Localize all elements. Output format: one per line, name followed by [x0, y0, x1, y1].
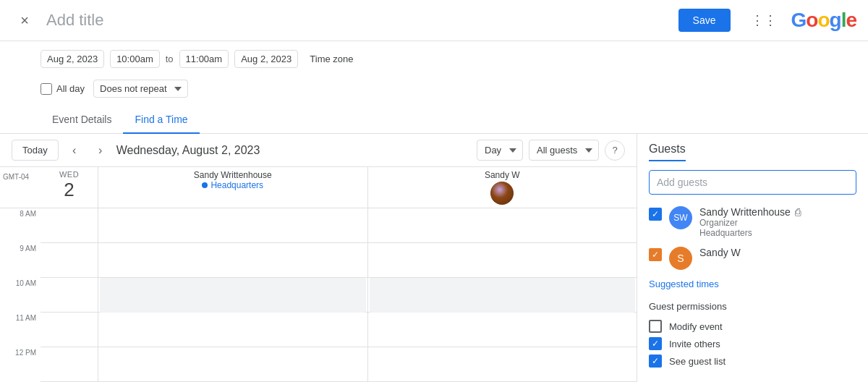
permission-modify-event: Modify event — [649, 318, 856, 335]
day-number: 2 — [41, 179, 98, 201]
time-slot-9am: 9 AM — [0, 243, 41, 278]
busy-block-person2 — [370, 278, 636, 313]
google-logo: Google — [791, 9, 856, 32]
tabs: Event Details Find a Time — [0, 106, 868, 134]
view-select[interactable]: Day — [477, 140, 523, 161]
day-col-header: WED 2 — [41, 167, 98, 208]
invite-others-label: Invite others — [669, 339, 720, 349]
repeat-select[interactable]: Does not repeat — [93, 80, 188, 98]
time-slot-12pm: 12 PM — [0, 347, 41, 382]
apps-icon[interactable]: ⋮⋮ — [751, 12, 777, 28]
end-time-chip[interactable]: 11:00am — [179, 50, 229, 68]
to-label: to — [166, 54, 174, 64]
person1-dot — [202, 182, 208, 188]
cal-date-label: Wednesday, August 2, 2023 — [116, 144, 471, 157]
cal-body: 8 AM 9 AM 10 AM 11 AM 12 PM — [0, 208, 637, 382]
see-guest-list-checkbox[interactable] — [649, 355, 662, 368]
permission-see-guest-list: See guest list — [649, 352, 856, 370]
start-time-chip[interactable]: 10:00am — [110, 50, 160, 68]
cal-toolbar: Today ‹ › Wednesday, August 2, 2023 Day … — [0, 134, 637, 167]
person2-header: Sandy W — [368, 167, 637, 208]
close-button[interactable]: × — [12, 7, 38, 33]
see-guest-list-label: See guest list — [669, 356, 726, 367]
all-day-label[interactable]: All day — [41, 83, 85, 95]
end-date-chip[interactable]: Aug 2, 2023 — [234, 50, 298, 68]
gmt-cell: GMT-04 — [0, 167, 41, 208]
guest2-avatar: S — [669, 247, 692, 270]
modify-event-checkbox[interactable] — [649, 320, 662, 333]
guest1-checkbox[interactable] — [649, 208, 662, 221]
options-bar: All day Does not repeat — [0, 77, 868, 106]
cal-columns — [41, 208, 637, 382]
guest1-avatar: SW — [669, 206, 692, 229]
prev-button[interactable]: ‹ — [64, 140, 85, 161]
gmt-label: GMT-04 — [3, 173, 29, 181]
tab-find-a-time[interactable]: Find a Time — [123, 106, 199, 134]
guests-title: Guests — [649, 143, 686, 161]
timezone-link[interactable]: Time zone — [310, 54, 353, 64]
right-panel: Guests SW Sandy Writtenhouse ⎙ Organizer… — [637, 134, 868, 382]
invite-others-checkbox[interactable] — [649, 337, 662, 350]
guest-select[interactable]: All guests — [529, 140, 599, 161]
person1-col[interactable] — [98, 208, 368, 382]
today-button[interactable]: Today — [12, 140, 59, 161]
guest1-role: Organizer — [699, 218, 856, 228]
person2-avatar — [490, 182, 514, 205]
suggested-times-link[interactable]: Suggested times — [649, 274, 856, 298]
copy-icon[interactable]: ⎙ — [795, 206, 801, 218]
modify-event-label: Modify event — [669, 321, 723, 332]
person1-cal: Headquarters — [98, 180, 367, 190]
header: × Save ⋮⋮ Google — [0, 0, 868, 41]
start-date-chip[interactable]: Aug 2, 2023 — [41, 50, 104, 68]
all-day-text: All day — [56, 83, 85, 94]
time-column: 8 AM 9 AM 10 AM 11 AM 12 PM — [0, 208, 41, 382]
guest1-info: Sandy Writtenhouse ⎙ Organizer Headquart… — [699, 206, 856, 238]
guest2-checkbox[interactable] — [649, 248, 662, 261]
tab-event-details[interactable]: Event Details — [41, 106, 123, 134]
person1-header: Sandy Writtenhouse Headquarters — [98, 167, 368, 208]
cal-grid: GMT-04 WED 2 Sandy Writtenhouse Headquar… — [0, 167, 637, 382]
person1-name: Sandy Writtenhouse — [98, 170, 367, 180]
datetime-bar: Aug 2, 2023 10:00am to 11:00am Aug 2, 20… — [0, 41, 868, 77]
guest-item-sandy-writtenhouse: SW Sandy Writtenhouse ⎙ Organizer Headqu… — [649, 202, 856, 242]
person2-col[interactable] — [368, 208, 637, 382]
add-guests-input[interactable] — [649, 170, 856, 195]
guest-item-sandy-w: S Sandy W — [649, 242, 856, 274]
calendar-area: Today ‹ › Wednesday, August 2, 2023 Day … — [0, 134, 637, 382]
guest1-name: Sandy Writtenhouse ⎙ — [699, 206, 856, 218]
permissions-title: Guest permissions — [649, 301, 856, 312]
guest2-info: Sandy W — [699, 247, 856, 258]
day-name: WED — [41, 170, 98, 179]
time-slot-8am: 8 AM — [0, 208, 41, 243]
save-button[interactable]: Save — [678, 9, 731, 32]
busy-block-person1 — [100, 278, 366, 313]
help-button[interactable]: ? — [605, 140, 625, 161]
title-input[interactable] — [46, 11, 670, 30]
permission-invite-others: Invite others — [649, 335, 856, 352]
all-day-checkbox[interactable] — [41, 83, 52, 95]
time-slot-11am: 11 AM — [0, 313, 41, 347]
guest1-cal: Headquarters — [699, 228, 856, 238]
guest2-name: Sandy W — [699, 247, 856, 258]
cal-header-row: GMT-04 WED 2 Sandy Writtenhouse Headquar… — [0, 167, 637, 208]
person2-name: Sandy W — [368, 170, 637, 180]
next-button[interactable]: › — [90, 140, 111, 161]
time-slot-10am: 10 AM — [0, 278, 41, 313]
main-content: Today ‹ › Wednesday, August 2, 2023 Day … — [0, 134, 868, 382]
day-spacer-col — [41, 208, 98, 382]
